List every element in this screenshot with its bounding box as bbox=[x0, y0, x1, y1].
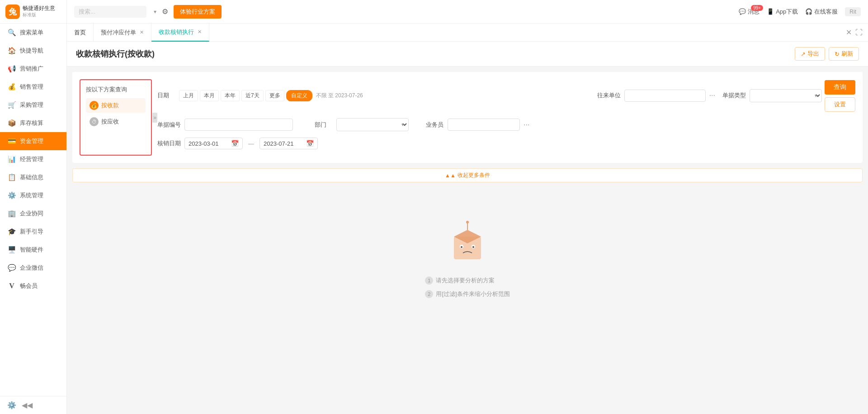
inventory-icon: 📦 bbox=[7, 119, 16, 128]
sidebar-menu: 🔍 搜索菜单 🏠 快捷导航 📢 营销推广 💰 销售管理 🛒 采购管理 📦 库存核… bbox=[0, 24, 66, 396]
empty-step-1: 1 请先选择要分析的方案 bbox=[425, 275, 509, 286]
refresh-icon: ↻ bbox=[835, 51, 840, 57]
filter-left-panel: 按以下方案查询 💰 按收款 ⏱ 按应收 » bbox=[80, 79, 152, 156]
verify-date-start-calendar-icon[interactable]: 📅 bbox=[231, 140, 239, 147]
message-button[interactable]: 💬 消息 99+ bbox=[739, 8, 760, 16]
staff-input[interactable] bbox=[448, 119, 520, 131]
tab-close-collection[interactable]: ✕ bbox=[198, 29, 202, 35]
counterpart-field: 往来单位 ··· bbox=[597, 90, 715, 102]
step-num-2: 2 bbox=[425, 290, 433, 298]
filter-option-by-collection[interactable]: 💰 按收款 bbox=[86, 98, 146, 113]
sidebar-item-system[interactable]: ⚙️ 系统管理 bbox=[0, 186, 66, 205]
date-btn-more[interactable]: 更多 bbox=[265, 90, 284, 101]
sales-icon: 💰 bbox=[7, 82, 16, 91]
sidebar-item-finance[interactable]: 💳 资金管理 bbox=[0, 132, 66, 150]
empty-text: 1 请先选择要分析的方案 2 用[过滤]条件来缩小分析范围 bbox=[425, 273, 509, 302]
top-header: 搜索... ▾ ⚙ 体验行业方案 💬 消息 99+ 📱 App下载 🎧 在线客服… bbox=[67, 0, 868, 24]
settings-button[interactable]: 设置 bbox=[825, 97, 855, 112]
refresh-button[interactable]: ↻ 刷新 bbox=[829, 47, 859, 61]
header-gear-icon[interactable]: ⚙ bbox=[162, 7, 168, 16]
sidebar-item-hardware[interactable]: 🖥️ 智能硬件 bbox=[0, 241, 66, 259]
bill-type-select[interactable] bbox=[750, 89, 822, 102]
dept-field: 部门 ▾ bbox=[315, 118, 404, 131]
purchase-icon: 🛒 bbox=[7, 100, 16, 109]
verify-date-start-input[interactable] bbox=[189, 140, 229, 147]
app-edition: 标准版 bbox=[23, 12, 55, 18]
tab-close-all-icon[interactable]: ✕ bbox=[846, 28, 852, 37]
header-right: 💬 消息 99+ 📱 App下载 🎧 在线客服 Rit bbox=[739, 7, 861, 16]
sidebar-item-search[interactable]: 🔍 搜索菜单 bbox=[0, 24, 66, 42]
sidebar-item-purchase[interactable]: 🛒 采购管理 bbox=[0, 96, 66, 114]
tab-prepay[interactable]: 预付冲应付单 ✕ bbox=[94, 24, 151, 42]
verify-date-end-input[interactable] bbox=[264, 140, 304, 147]
bill-no-label: 单据编号 bbox=[157, 121, 181, 129]
date-btn-last-month[interactable]: 上月 bbox=[179, 90, 198, 101]
sidebar-item-wechat[interactable]: 💬 企业微信 bbox=[0, 259, 66, 277]
verify-date-end-calendar-icon[interactable]: 📅 bbox=[306, 140, 314, 147]
page-content: 收款核销执行(按收款) ↗ 导出 ↻ 刷新 按以下方案查询 💰 按收款 bbox=[67, 42, 868, 414]
date-separator: — bbox=[248, 140, 254, 147]
date-btn-this-month[interactable]: 本月 bbox=[200, 90, 219, 101]
filter-row-3: 核销日期 📅 — 📅 bbox=[157, 138, 855, 149]
collapse-more-button[interactable]: ▲▲ 收起更多条件 bbox=[72, 168, 863, 182]
date-btn-custom[interactable]: 自定义 bbox=[286, 90, 312, 101]
tab-bar: 首页 预付冲应付单 ✕ 收款核销执行 ✕ ✕ ⛶ bbox=[67, 24, 868, 42]
online-service-button[interactable]: 🎧 在线客服 bbox=[805, 8, 838, 16]
date-btn-this-year[interactable]: 本年 bbox=[221, 90, 240, 101]
staff-label: 业务员 bbox=[426, 121, 444, 129]
wechat-icon: 💬 bbox=[7, 263, 16, 272]
app-download-button[interactable]: 📱 App下载 bbox=[767, 8, 798, 16]
finance-icon: 💳 bbox=[7, 137, 16, 146]
staff-more-icon[interactable]: ··· bbox=[524, 121, 529, 129]
operation-icon: 📊 bbox=[7, 155, 16, 164]
sidebar-item-marketing[interactable]: 📢 营销推广 bbox=[0, 60, 66, 78]
date-buttons: 上月 本月 本年 近7天 更多 自定义 bbox=[179, 90, 312, 101]
counterpart-input[interactable] bbox=[624, 90, 706, 102]
system-icon: ⚙️ bbox=[7, 191, 16, 200]
filter-option-by-receivable[interactable]: ⏱ 按应收 bbox=[86, 114, 146, 129]
sidebar-item-guide[interactable]: 🎓 新手引导 bbox=[0, 223, 66, 241]
collapse-left-panel-icon[interactable]: » bbox=[152, 113, 157, 123]
member-icon: V bbox=[7, 281, 16, 290]
step-num-1: 1 bbox=[425, 276, 433, 285]
collapse-more-icon: ▲▲ bbox=[445, 172, 456, 179]
sidebar-item-enterprise[interactable]: 🏢 企业协同 bbox=[0, 205, 66, 223]
sidebar-item-sales[interactable]: 💰 销售管理 bbox=[0, 78, 66, 96]
page-header-actions: ↗ 导出 ↻ 刷新 bbox=[795, 47, 859, 66]
settings-icon[interactable]: ⚙️ bbox=[7, 401, 16, 409]
sidebar-item-member[interactable]: V 畅会员 bbox=[0, 277, 66, 295]
export-button[interactable]: ↗ 导出 bbox=[795, 47, 825, 61]
page-title: 收款核销执行(按收款) bbox=[76, 48, 155, 65]
dept-select[interactable] bbox=[336, 118, 409, 131]
filter-panel-title: 按以下方案查询 bbox=[86, 86, 146, 94]
query-button[interactable]: 查询 bbox=[825, 80, 855, 95]
app-icon: 📱 bbox=[767, 8, 774, 15]
collapse-sidebar-icon[interactable]: ◀◀ bbox=[22, 401, 33, 409]
header-search[interactable]: 搜索... bbox=[74, 6, 146, 18]
date-range-text: 不限 至 2023-07-26 bbox=[316, 92, 363, 100]
empty-step-2: 2 用[过滤]条件来缩小分析范围 bbox=[425, 288, 509, 300]
home-icon: 🏠 bbox=[7, 46, 16, 55]
tab-home[interactable]: 首页 bbox=[67, 24, 94, 42]
svg-point-5 bbox=[472, 246, 474, 248]
verify-date-start-group: 📅 bbox=[184, 138, 243, 149]
tab-collection[interactable]: 收款核销执行 ✕ bbox=[151, 24, 209, 42]
tab-close-prepay[interactable]: ✕ bbox=[140, 29, 144, 35]
date-btn-7days[interactable]: 近7天 bbox=[241, 90, 264, 101]
solution-button[interactable]: 体验行业方案 bbox=[174, 5, 222, 19]
empty-illustration bbox=[440, 219, 495, 264]
sidebar-item-basic[interactable]: 📋 基础信息 bbox=[0, 168, 66, 186]
tab-bar-actions: ✕ ⛶ bbox=[840, 28, 868, 37]
filter-panel: 按以下方案查询 💰 按收款 ⏱ 按应收 » 日期 bbox=[72, 72, 863, 163]
tab-fullscreen-icon[interactable]: ⛶ bbox=[855, 29, 863, 37]
message-badge: 99+ bbox=[751, 5, 763, 11]
verify-date-field: 核销日期 📅 — 📅 bbox=[157, 138, 318, 149]
sidebar-item-inventory[interactable]: 📦 库存核算 bbox=[0, 114, 66, 132]
bill-no-input[interactable] bbox=[184, 119, 293, 131]
user-profile[interactable]: Rit bbox=[845, 7, 861, 16]
header-chevron-icon[interactable]: ▾ bbox=[154, 9, 156, 15]
sidebar-item-operation[interactable]: 📊 经营管理 bbox=[0, 150, 66, 168]
basic-icon: 📋 bbox=[7, 173, 16, 182]
sidebar-item-nav[interactable]: 🏠 快捷导航 bbox=[0, 42, 66, 60]
counterpart-more-icon[interactable]: ··· bbox=[709, 91, 715, 100]
